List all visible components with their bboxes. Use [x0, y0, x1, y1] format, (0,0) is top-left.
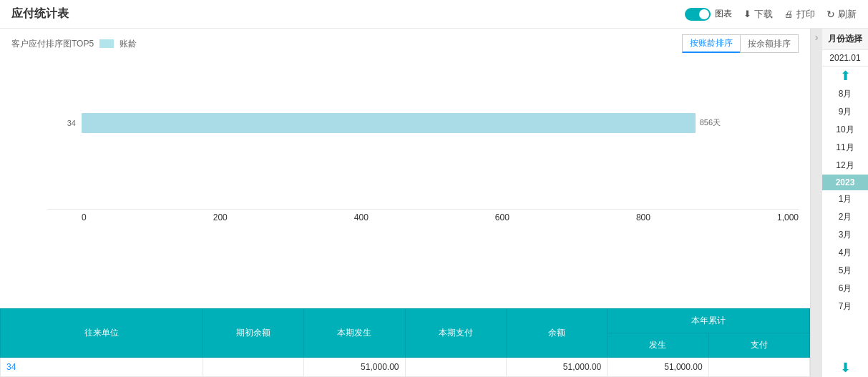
table-section: 往来单位 期初余额 本期发生 本期支付 余额 本年累计 发生 支付	[0, 308, 810, 377]
data-table: 往来单位 期初余额 本期发生 本期支付 余额 本年累计 发生 支付	[0, 308, 810, 377]
chart-toggle-label: 图表	[715, 8, 732, 20]
refresh-icon: ↻	[826, 9, 835, 20]
chevron-up-icon: ⬆	[840, 68, 851, 84]
print-label: 打印	[796, 8, 815, 21]
sidebar-month-8[interactable]: 8月	[822, 85, 868, 103]
sidebar-year-2023[interactable]: 2023	[822, 175, 868, 190]
header-actions: 图表 ⬇ 下载 🖨 打印 ↻ 刷新	[685, 8, 857, 21]
bar-value: 856天	[700, 117, 721, 128]
cell-current-payment	[405, 358, 506, 377]
cell-opening-balance	[203, 358, 303, 377]
chevron-down-icon: ⬇	[840, 360, 851, 376]
sidebar-wrapper: › 月份选择 2021.01 ⬆ 8月 9月 10月 11月 12月 2023 …	[810, 29, 868, 377]
cell-ytd-occurrence: 51,000.00	[608, 358, 708, 377]
x-label-800: 800	[636, 212, 650, 222]
chart-sort-buttons: 按账龄排序 按余额排序	[682, 34, 799, 53]
sidebar: 月份选择 2021.01 ⬆ 8月 9月 10月 11月 12月 2023 1月…	[822, 29, 868, 377]
sidebar-header: 月份选择	[822, 29, 868, 50]
sidebar-current-date: 2021.01	[822, 50, 868, 67]
sidebar-month-4[interactable]: 4月	[822, 244, 868, 262]
chart-toggle[interactable]	[685, 8, 711, 21]
x-axis: 0 200 400 600 800 1,000	[47, 209, 799, 222]
page-title: 应付统计表	[11, 6, 69, 21]
print-button[interactable]: 🖨 打印	[784, 8, 815, 21]
x-label-1000: 1,000	[777, 212, 799, 222]
sidebar-month-9[interactable]: 9月	[822, 103, 868, 121]
chart-legend: 客户应付排序图TOP5 账龄	[11, 38, 137, 50]
sidebar-month-11[interactable]: 11月	[822, 139, 868, 157]
sidebar-month-1[interactable]: 1月	[822, 190, 868, 208]
refresh-button[interactable]: ↻ 刷新	[826, 8, 857, 21]
sidebar-month-list: 8月 9月 10月 11月 12月 2023 1月 2月 3月 4月 5月 6月…	[822, 85, 868, 358]
download-icon: ⬇	[743, 9, 751, 19]
download-label: 下载	[754, 8, 773, 21]
legend-label: 账龄	[120, 38, 137, 50]
sidebar-nav-up[interactable]: ⬆	[822, 67, 868, 85]
col-ytd-occurrence: 发生	[608, 333, 708, 358]
download-button[interactable]: ⬇ 下载	[743, 8, 773, 21]
chart-header: 客户应付排序图TOP5 账龄 按账龄排序 按余额排序	[0, 29, 810, 59]
col-current-occurrence: 本期发生	[304, 309, 405, 358]
header: 应付统计表 图表 ⬇ 下载 🖨 打印 ↻ 刷新	[0, 0, 868, 29]
bar-label: 34	[47, 119, 76, 127]
main-content: 客户应付排序图TOP5 账龄 按账龄排序 按余额排序 34	[0, 29, 868, 377]
chart-section: 客户应付排序图TOP5 账龄 按账龄排序 按余额排序 34	[0, 29, 810, 377]
x-label-200: 200	[213, 212, 228, 222]
app-container: 应付统计表 图表 ⬇ 下载 🖨 打印 ↻ 刷新	[0, 0, 868, 377]
legend-box	[99, 39, 114, 48]
print-icon: 🖨	[784, 9, 794, 19]
col-ytd-payment: 支付	[708, 333, 809, 358]
cell-vendor: 34	[1, 358, 203, 377]
vendor-link[interactable]: 34	[6, 362, 16, 372]
col-balance: 余额	[506, 309, 607, 358]
cell-current-occurrence: 51,000.00	[304, 358, 405, 377]
x-label-0: 0	[82, 212, 87, 222]
cell-ytd-payment	[708, 358, 809, 377]
chart-canvas: 34 856天 0 200 400 600 800 1,000	[0, 59, 810, 308]
chart-toggle-container[interactable]: 图表	[685, 8, 732, 21]
sidebar-month-3[interactable]: 3月	[822, 226, 868, 244]
chart-bar	[82, 113, 696, 133]
col-vendor: 往来单位	[1, 309, 203, 358]
sidebar-month-10[interactable]: 10月	[822, 121, 868, 139]
sidebar-month-7[interactable]: 7月	[822, 298, 868, 315]
sort-by-balance-button[interactable]: 按余额排序	[740, 34, 799, 53]
sidebar-collapse-button[interactable]: ›	[811, 29, 822, 377]
sidebar-nav-down[interactable]: ⬇	[822, 358, 868, 377]
legend-title: 客户应付排序图TOP5	[11, 38, 94, 50]
x-label-600: 600	[495, 212, 509, 222]
x-label-400: 400	[354, 212, 369, 222]
cell-balance: 51,000.00	[506, 358, 607, 377]
table-row: 34 51,000.00 51,000.00 51,000.00	[1, 358, 810, 377]
sidebar-month-12[interactable]: 12月	[822, 157, 868, 175]
sort-by-amount-button[interactable]: 按账龄排序	[682, 34, 740, 53]
sidebar-month-6[interactable]: 6月	[822, 280, 868, 298]
col-opening-balance: 期初余额	[203, 309, 303, 358]
col-current-payment: 本期支付	[405, 309, 506, 358]
col-ytd-group: 本年累计	[608, 309, 810, 333]
refresh-label: 刷新	[838, 8, 857, 21]
sidebar-month-5[interactable]: 5月	[822, 262, 868, 280]
sidebar-month-2[interactable]: 2月	[822, 208, 868, 226]
sidebar-collapse-icon: ›	[815, 31, 819, 43]
